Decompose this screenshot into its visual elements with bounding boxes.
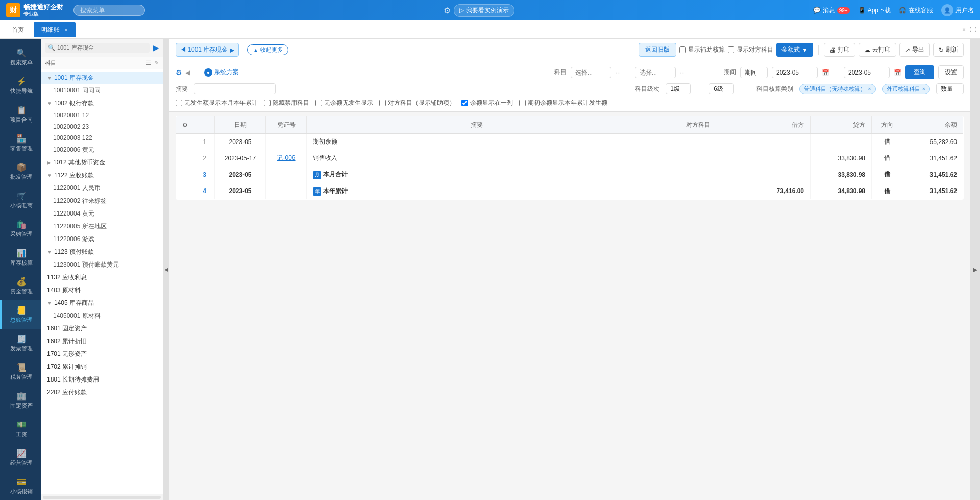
- tree-item-1602[interactable]: 1602 累计折旧: [41, 335, 163, 348]
- print-btn[interactable]: 🖨 打印: [824, 43, 855, 57]
- level-start-select[interactable]: 1级: [666, 83, 691, 94]
- show-opposite-checkbox[interactable]: 显示对方科目: [728, 45, 773, 54]
- tab-home[interactable]: 首页: [4, 22, 32, 37]
- tree-item-1403[interactable]: 1403 原材料: [41, 284, 163, 297]
- demo-button[interactable]: ▷ 我要看实例演示: [454, 4, 514, 17]
- tree-item-1701[interactable]: 1701 无形资产: [41, 348, 163, 361]
- show-initial-balance-checkbox[interactable]: 期初余额显示本年累计发生额: [519, 99, 607, 107]
- tree-search-bar[interactable]: 🔍 1001 库存现金: [45, 43, 150, 53]
- nav-item-project[interactable]: 📋 项目合同: [0, 100, 41, 129]
- export-btn[interactable]: ↗ 导出: [899, 43, 930, 57]
- tree-item-11220002[interactable]: 11220002 往来标签: [41, 195, 163, 207]
- tree-item-1601[interactable]: 1601 固定资产: [41, 322, 163, 335]
- tree-item-1012[interactable]: ▶ 1012 其他货币资金: [41, 156, 163, 169]
- app-download-btn[interactable]: 📱 App下载: [858, 6, 891, 15]
- settings-btn[interactable]: 设置: [938, 65, 964, 79]
- nav-item-retail[interactable]: 🏪 零售管理: [0, 129, 41, 157]
- tab-close-window-icon[interactable]: ×: [962, 26, 966, 33]
- filter-collapse-icon[interactable]: ◀: [185, 69, 190, 76]
- tree-item-11220001[interactable]: 11220001 人民币: [41, 182, 163, 195]
- tab-detail[interactable]: 明细账 ×: [34, 22, 76, 37]
- subject-type-tag2[interactable]: 外币核算科目 ×: [882, 84, 930, 94]
- show-opposite-input[interactable]: [728, 46, 734, 53]
- quantity-select[interactable]: 数量: [936, 83, 964, 94]
- col-settings[interactable]: ⚙: [176, 116, 194, 134]
- period-end-input[interactable]: [844, 67, 890, 78]
- show-aux-checkbox[interactable]: 显示辅助核算: [679, 45, 725, 54]
- row-gear-1[interactable]: [176, 134, 194, 150]
- tree-item-14050001[interactable]: 14050001 原材料: [41, 309, 163, 322]
- nav-item-expense[interactable]: 💳 小畅报销: [0, 472, 41, 500]
- voucher-link-2[interactable]: 记-006: [277, 154, 295, 161]
- tree-item-10020006[interactable]: 10020006 黄元: [41, 144, 163, 156]
- nav-item-search[interactable]: 🔍 搜索菜单: [0, 43, 41, 72]
- tree-edit-icon[interactable]: ✎: [154, 60, 159, 66]
- show-opposite-help-checkbox[interactable]: 对方科目（显示辅助项）: [379, 99, 455, 107]
- row-gear-2[interactable]: [176, 150, 194, 166]
- message-btn[interactable]: 💬 消息 99+: [813, 6, 850, 15]
- row-voucher-2[interactable]: 记-006: [266, 150, 307, 166]
- period-start-input[interactable]: [772, 67, 818, 78]
- date-calendar-icon-start[interactable]: 📅: [822, 69, 829, 76]
- subject-input-end[interactable]: [635, 67, 676, 78]
- nav-item-purchase[interactable]: 🛍️ 采购管理: [0, 215, 41, 243]
- nav-item-tax[interactable]: 📜 税务管理: [0, 358, 41, 386]
- nav-item-fixed-assets[interactable]: 🏢 固定资产: [0, 386, 41, 415]
- tree-item-1001[interactable]: ▼ 1001 库存现金: [41, 72, 163, 84]
- show-balance-one-line-checkbox[interactable]: 余额显示在一列: [461, 99, 513, 107]
- tree-item-1002[interactable]: ▼ 1002 银行存款: [41, 97, 163, 110]
- expand-more-btn[interactable]: ▲ 收起更多: [247, 44, 288, 55]
- currency-dropdown-btn[interactable]: 金额式 ▼: [776, 43, 813, 57]
- tree-item-1123[interactable]: ▼ 1123 预付账款: [41, 246, 163, 258]
- nav-item-ecommerce[interactable]: 🛒 小畅电商: [0, 186, 41, 215]
- menu-search-input[interactable]: [74, 5, 145, 16]
- tree-scroll-bottom[interactable]: [41, 494, 163, 500]
- tree-item-1801[interactable]: 1801 长期待摊费用: [41, 373, 163, 386]
- tree-list-icon[interactable]: ☰: [146, 60, 151, 66]
- level-end-select[interactable]: 6级: [709, 83, 734, 94]
- nav-item-salary[interactable]: 💵 工资: [0, 415, 41, 443]
- date-calendar-icon-end[interactable]: 📅: [894, 69, 901, 76]
- hide-disabled-checkbox[interactable]: 隐藏禁用科目: [264, 99, 309, 107]
- tree-item-2202[interactable]: 2202 应付账款: [41, 386, 163, 399]
- tree-item-11220004[interactable]: 11220004 黄元: [41, 207, 163, 220]
- tree-item-10020003[interactable]: 10020003 122: [41, 132, 163, 144]
- tree-item-11220005[interactable]: 11220005 所在地区: [41, 220, 163, 233]
- query-btn[interactable]: 查询: [905, 65, 934, 79]
- tree-item-10020002[interactable]: 10020002 23: [41, 121, 163, 132]
- right-collapse-btn[interactable]: ▶: [970, 39, 980, 500]
- refresh-btn[interactable]: ↻ 刷新: [933, 43, 964, 57]
- nav-item-management[interactable]: 📈 经营管理: [0, 443, 41, 472]
- period-type-select[interactable]: 期间: [740, 67, 768, 78]
- tree-item-1122[interactable]: ▼ 1122 应收账款: [41, 169, 163, 182]
- show-aux-input[interactable]: [679, 46, 686, 53]
- nav-item-inventory[interactable]: 📊 库存核算: [0, 243, 41, 272]
- cloud-print-btn[interactable]: ☁ 云打印: [859, 43, 896, 57]
- tree-item-1702[interactable]: 1702 累计摊销: [41, 361, 163, 373]
- tab-close-icon[interactable]: ×: [64, 27, 67, 33]
- selected-account-display[interactable]: ◀ 1001 库存现金 ▶: [176, 43, 239, 57]
- tag1-close-icon[interactable]: ×: [868, 86, 871, 92]
- left-collapse-btn[interactable]: ◀: [163, 39, 169, 500]
- row-gear-4[interactable]: [176, 183, 194, 200]
- subject-type-tag1[interactable]: 普通科目（无特殊核算） ×: [799, 84, 875, 94]
- tree-item-10010001[interactable]: 10010001 同同同: [41, 84, 163, 97]
- online-service-btn[interactable]: 🎧 在线客服: [899, 6, 933, 15]
- return-old-btn[interactable]: 返回旧版: [639, 43, 676, 57]
- nav-item-ledger[interactable]: 📒 总账管理: [0, 300, 41, 329]
- nav-item-invoice[interactable]: 🧾 发票管理: [0, 329, 41, 358]
- row-gear-3[interactable]: [176, 166, 194, 183]
- no-balance-show-checkbox[interactable]: 无发生额显示本月本年累计: [176, 99, 258, 107]
- filter-settings-icon[interactable]: ⚙: [176, 68, 182, 77]
- no-balance-opposite-checkbox[interactable]: 无余额无发生显示: [315, 99, 373, 107]
- settings-icon[interactable]: ⚙: [444, 6, 451, 15]
- user-menu[interactable]: 👤 用户名: [941, 4, 974, 16]
- tree-item-11220006[interactable]: 11220006 游戏: [41, 233, 163, 246]
- nav-item-quick[interactable]: ⚡ 快捷导航: [0, 72, 41, 100]
- tree-item-1405[interactable]: ▼ 1405 库存商品: [41, 297, 163, 309]
- nav-item-capital[interactable]: 💰 资金管理: [0, 272, 41, 300]
- subject-input-start[interactable]: [571, 67, 611, 78]
- tree-item-11230001[interactable]: 11230001 预付账款黄元: [41, 258, 163, 271]
- tree-item-1132[interactable]: 1132 应收利息: [41, 271, 163, 284]
- tag2-close-icon[interactable]: ×: [922, 86, 925, 92]
